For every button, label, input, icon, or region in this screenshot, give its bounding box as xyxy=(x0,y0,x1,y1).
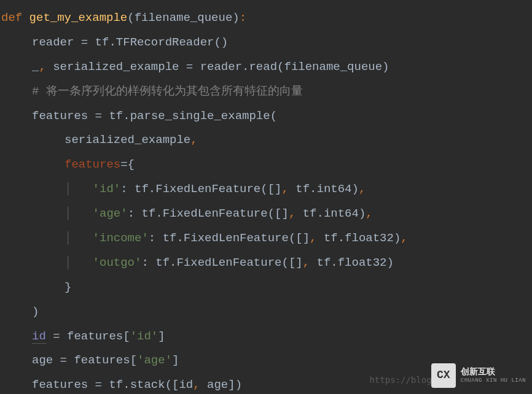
comma: , xyxy=(39,60,45,74)
watermark-logo-icon: CX xyxy=(431,363,456,388)
paren-open: ( xyxy=(127,11,134,25)
code-text: : tf.FixedLenFeature([] xyxy=(128,207,289,220)
code-text: ={ xyxy=(120,158,135,171)
comma: , xyxy=(310,231,316,245)
string-key: id xyxy=(137,330,151,343)
indent-guide: │ xyxy=(65,256,93,269)
string-quote: ' xyxy=(120,207,127,220)
code-text: features = tf.stack([id xyxy=(32,378,193,392)
brace-close: } xyxy=(65,280,71,294)
string-quote: ' xyxy=(135,256,141,269)
function-name: get_my_example xyxy=(29,11,128,25)
comma: , xyxy=(401,231,407,245)
code-text: features = tf.parse_single_example( xyxy=(32,109,277,123)
code-line-1: def get_my_example(filename_queue): xyxy=(0,6,532,31)
string-quote: ' xyxy=(114,182,120,196)
watermark-text: 创新互联 CHUANG XIN HU LIAN xyxy=(461,367,526,384)
param: filename_queue xyxy=(135,11,233,25)
code-line-2: reader = tf.TFRecordReader() xyxy=(0,31,532,55)
code-line-12: } xyxy=(0,276,532,300)
colon: : xyxy=(240,11,246,25)
comma: , xyxy=(193,378,200,392)
string-quote: ' xyxy=(165,353,172,367)
watermark-cn: 创新互联 xyxy=(461,367,526,377)
comma: , xyxy=(190,133,197,147)
indent-guide: │ xyxy=(65,231,93,245)
code-line-13: ) xyxy=(0,300,532,325)
comma: , xyxy=(366,207,372,220)
code-line-10: │ 'income': tf.FixedLenFeature([], tf.fl… xyxy=(0,226,532,251)
code-text: : tf.FixedLenFeature([] xyxy=(141,256,302,269)
indent-guide: │ xyxy=(65,207,93,220)
comma: , xyxy=(303,256,310,269)
string-quote: ' xyxy=(130,330,137,343)
code-text: reader = tf.TFRecordReader() xyxy=(32,36,228,49)
code-line-7: features={ xyxy=(0,153,532,177)
comma: , xyxy=(359,182,366,196)
string-quote: ' xyxy=(93,231,100,245)
code-text: serialized_example = reader.read(filenam… xyxy=(46,60,389,74)
paren-close: ) xyxy=(232,11,239,25)
code-text: : tf.FixedLenFeature([] xyxy=(120,182,281,196)
code-text: age = features[ xyxy=(32,353,137,367)
code-text: tf.float32) xyxy=(317,231,401,245)
string-quote: ' xyxy=(93,256,100,269)
code-line-4: # 将一条序列化的样例转化为其包含所有特征的向量 xyxy=(0,80,532,104)
builtin-id: id xyxy=(32,330,46,344)
dict-key: income xyxy=(100,231,141,245)
string-key: age xyxy=(144,353,165,367)
watermark: CX 创新互联 CHUANG XIN HU LIAN xyxy=(431,363,526,388)
code-text: tf.float32) xyxy=(310,256,394,269)
watermark-url: https://blog. xyxy=(369,371,437,389)
dict-key: id xyxy=(100,182,114,196)
code-text: : tf.FixedLenFeature([] xyxy=(149,231,310,245)
code-line-9: │ 'age': tf.FixedLenFeature([], tf.int64… xyxy=(0,202,532,226)
code-line-8: │ 'id': tf.FixedLenFeature([], tf.int64)… xyxy=(0,177,532,202)
comment: # 将一条序列化的样例转化为其包含所有特征的向量 xyxy=(32,85,303,98)
bracket-close: ] xyxy=(158,330,165,343)
string-quote: ' xyxy=(93,182,100,196)
code-text: = features[ xyxy=(46,330,130,343)
code-line-3: _, serialized_example = reader.read(file… xyxy=(0,55,532,80)
string-quote: ' xyxy=(151,330,158,343)
keyword-def: def xyxy=(1,11,29,25)
param-keyword: features xyxy=(65,158,120,171)
code-text: serialized_example xyxy=(65,133,190,147)
indent-guide: │ xyxy=(65,182,93,196)
comma: , xyxy=(281,182,288,196)
code-text: age]) xyxy=(200,378,242,392)
dict-key: outgo xyxy=(100,256,135,269)
code-editor[interactable]: def get_my_example(filename_queue): read… xyxy=(0,6,532,394)
code-line-5: features = tf.parse_single_example( xyxy=(0,104,532,129)
bracket-close: ] xyxy=(172,353,179,367)
watermark-en: CHUANG XIN HU LIAN xyxy=(461,377,526,384)
code-line-14: id = features['id'] xyxy=(0,325,532,349)
string-quote: ' xyxy=(141,231,148,245)
underscore: _ xyxy=(32,60,39,74)
code-text: tf.int64) xyxy=(289,182,359,196)
paren-close: ) xyxy=(32,305,39,319)
code-line-11: │ 'outgo': tf.FixedLenFeature([], tf.flo… xyxy=(0,251,532,276)
string-quote: ' xyxy=(93,207,100,220)
code-line-6: serialized_example, xyxy=(0,128,532,153)
comma: , xyxy=(289,207,295,220)
code-text: tf.int64) xyxy=(295,207,366,220)
string-quote: ' xyxy=(137,353,144,367)
dict-key: age xyxy=(100,207,120,220)
